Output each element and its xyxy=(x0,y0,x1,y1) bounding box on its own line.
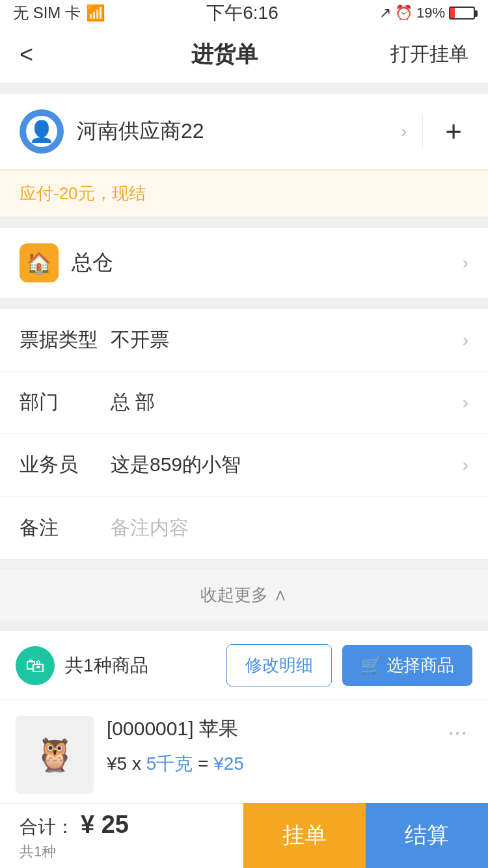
more-options-button[interactable]: ··· xyxy=(442,716,472,748)
supplier-name: 河南供应商22 xyxy=(77,117,401,146)
person-icon: 👤 xyxy=(29,119,55,144)
supplier-section: 👤 河南供应商22 › + 应付-20元，现结 xyxy=(0,94,488,217)
multiply-sign: x xyxy=(132,753,146,774)
wifi-icon: 📶 xyxy=(86,4,105,22)
total-section: 合计： ¥ 25 共1种 xyxy=(0,803,243,868)
battery-icon xyxy=(449,7,475,20)
select-product-button[interactable]: 🛒 选择商品 xyxy=(342,645,472,686)
product-title: 苹果 xyxy=(199,718,238,739)
invoice-type-label: 票据类型 xyxy=(20,327,104,353)
supplier-row[interactable]: 👤 河南供应商22 › + xyxy=(0,94,488,170)
department-row[interactable]: 部门 总 部 › xyxy=(0,372,488,434)
back-button[interactable]: < xyxy=(20,41,59,68)
chevron-right-icon: › xyxy=(401,121,407,142)
equals-sign: = xyxy=(198,753,213,774)
total-label-row: 合计： ¥ 25 xyxy=(20,811,224,839)
form-section: 票据类型 不开票 › 部门 总 部 › 业务员 这是859的小智 › 备注 备注… xyxy=(0,309,488,559)
product-code: [0000001] xyxy=(107,718,193,739)
product-name: [0000001] 苹果 xyxy=(107,716,429,742)
unit-price: ¥5 xyxy=(107,753,127,774)
supplier-avatar: 👤 xyxy=(20,109,64,154)
department-value: 总 部 xyxy=(104,389,463,416)
warehouse-icon: 🏠 xyxy=(20,243,59,282)
collapse-bar[interactable]: 收起更多 ∧ xyxy=(0,569,488,621)
status-bar: 无 SIM 卡 📶 下午6:16 ↗ ⏰ 19% xyxy=(0,0,488,26)
product-section: 🛍 共1种商品 修改明细 🛒 选择商品 🦉 [0000001] 苹果 ¥5 x … xyxy=(0,631,488,809)
alarm-icon: ⏰ xyxy=(395,5,413,21)
avatar-inner: 👤 xyxy=(26,116,57,147)
warehouse-section[interactable]: 🏠 总仓 › xyxy=(0,228,488,299)
battery-text: 19% xyxy=(416,5,445,21)
product-count: 共1种商品 xyxy=(65,653,216,678)
warehouse-name: 总仓 xyxy=(72,249,463,277)
total-label-text: 合计： xyxy=(20,815,74,839)
select-product-label: 选择商品 xyxy=(386,654,454,677)
product-icon-wrap: 🛍 xyxy=(16,646,55,685)
remark-row[interactable]: 备注 备注内容 xyxy=(0,496,488,559)
chevron-right-icon: › xyxy=(463,330,468,351)
remark-input[interactable]: 备注内容 xyxy=(104,515,468,541)
cart-icon: 🛒 xyxy=(360,655,381,675)
hang-order-button[interactable]: 挂单 xyxy=(243,803,366,868)
vertical-divider xyxy=(422,115,423,148)
product-price: ¥5 x 5千克 = ¥25 xyxy=(107,752,429,776)
settle-button[interactable]: 结算 xyxy=(366,803,488,868)
total-count: 共1种 xyxy=(20,842,224,861)
status-right: ↗ ⏰ 19% xyxy=(379,5,475,21)
owl-icon: 🦉 xyxy=(34,736,75,774)
staff-value: 这是859的小智 xyxy=(104,452,463,478)
bottom-bar: 合计： ¥ 25 共1种 挂单 结算 xyxy=(0,803,488,868)
open-pending-button[interactable]: 打开挂单 xyxy=(390,41,468,68)
remark-label: 备注 xyxy=(20,515,104,541)
staff-row[interactable]: 业务员 这是859的小智 › xyxy=(0,434,488,496)
edit-detail-button[interactable]: 修改明细 xyxy=(226,644,332,686)
product-bag-icon: 🛍 xyxy=(25,655,45,677)
status-left: 无 SIM 卡 📶 xyxy=(13,3,105,23)
chevron-right-icon: › xyxy=(463,455,468,476)
staff-label: 业务员 xyxy=(20,452,104,478)
line-total: ¥25 xyxy=(213,753,244,774)
chevron-right-icon: › xyxy=(463,252,468,273)
quantity: 5千克 xyxy=(146,753,193,774)
nav-bar: < 进货单 打开挂单 xyxy=(0,26,488,83)
carrier-text: 无 SIM 卡 xyxy=(13,3,81,23)
invoice-type-value: 不开票 xyxy=(104,327,463,353)
department-label: 部门 xyxy=(20,389,104,416)
status-time: 下午6:16 xyxy=(206,1,278,25)
product-info: [0000001] 苹果 ¥5 x 5千克 = ¥25 xyxy=(107,716,429,776)
invoice-type-row[interactable]: 票据类型 不开票 › xyxy=(0,309,488,372)
product-header: 🛍 共1种商品 修改明细 🛒 选择商品 xyxy=(0,631,488,699)
product-item: 🦉 [0000001] 苹果 ¥5 x 5千克 = ¥25 ··· xyxy=(0,699,488,809)
total-amount: ¥ 25 xyxy=(81,811,129,839)
debt-notice: 应付-20元，现结 xyxy=(0,170,488,217)
chevron-right-icon: › xyxy=(463,392,468,413)
add-supplier-button[interactable]: + xyxy=(439,115,468,148)
location-icon: ↗ xyxy=(379,5,391,21)
page-title: 进货单 xyxy=(191,40,258,70)
product-thumbnail: 🦉 xyxy=(16,716,94,794)
